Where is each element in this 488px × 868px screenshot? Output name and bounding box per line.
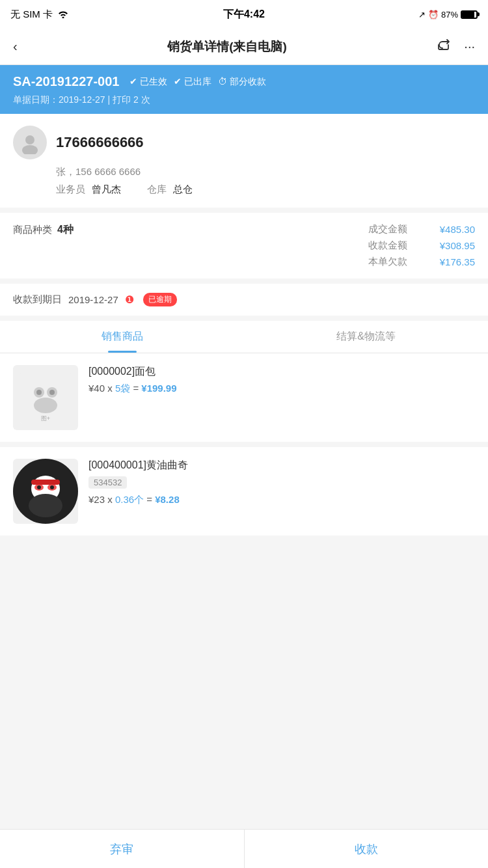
nav-bar: ‹ 销货单详情(来自电脑) ··· xyxy=(0,29,488,65)
salesperson-info: 业务员 曾凡杰 xyxy=(56,183,121,196)
location-icon: ↗ xyxy=(418,10,426,20)
svg-point-1 xyxy=(22,145,38,154)
collect-payment-button[interactable]: 收款 xyxy=(245,830,489,868)
price-eq-2: = xyxy=(146,494,155,505)
battery-icon xyxy=(461,10,478,19)
price-base-1: ¥40 xyxy=(88,383,105,394)
svg-rect-16 xyxy=(31,480,60,485)
type-count: 4种 xyxy=(57,223,74,237)
collect-payment-label: 收款 xyxy=(355,841,378,857)
list-item: 图+ [0000002]面包 ¥40 x 5袋 = ¥199.99 xyxy=(0,353,488,442)
product-info-2: [000400001]黄油曲奇 534532 ¥23 x 0.36个 = ¥8.… xyxy=(88,459,475,506)
owed-label: 本单欠款 xyxy=(368,256,407,268)
status-tags: ✔ 已生效 ✔ 已出库 ⏱ 部分收款 xyxy=(129,76,266,88)
qty-val-1: 5 xyxy=(115,383,120,394)
overdue-icon: ❶ xyxy=(125,293,134,306)
deal-label: 成交金额 xyxy=(368,223,407,236)
warehouse-label: 仓库 xyxy=(147,183,167,195)
product-price-1: ¥40 x 5袋 = ¥199.99 xyxy=(88,383,475,395)
product-list: 图+ [0000002]面包 ¥40 x 5袋 = ¥199.99 xyxy=(0,353,488,536)
received-label: 收款金额 xyxy=(368,239,407,252)
svg-point-13 xyxy=(37,485,41,489)
tab-settlement[interactable]: 结算&物流等 xyxy=(244,321,488,353)
price-base-2: ¥23 xyxy=(88,494,105,505)
status-time: 下午4:42 xyxy=(223,8,265,21)
price-qty-1: 5袋 xyxy=(115,383,130,394)
overdue-badge: 已逾期 xyxy=(143,293,177,306)
more-button[interactable]: ··· xyxy=(464,39,475,54)
salesperson-value: 曾凡杰 xyxy=(92,183,121,195)
received-amount-row: 收款金额 ¥308.95 xyxy=(368,239,475,252)
svg-point-15 xyxy=(29,494,62,517)
product-price-2: ¥23 x 0.36个 = ¥8.28 xyxy=(88,494,475,506)
price-x-1: x xyxy=(107,383,115,394)
svg-point-0 xyxy=(25,135,34,144)
product-sku-2: 534532 xyxy=(88,476,127,489)
header-banner: SA-20191227-001 ✔ 已生效 ✔ 已出库 ⏱ 部分收款 单据日期：… xyxy=(0,65,488,114)
list-item: [000400001]黄油曲奇 534532 ¥23 x 0.36个 = ¥8.… xyxy=(0,447,488,536)
carrier-text: 无 SIM 卡 xyxy=(10,8,53,21)
deal-amount-row: 成交金额 ¥485.30 xyxy=(368,223,475,236)
customer-row: 17666666666 xyxy=(13,126,475,159)
customer-section: 17666666666 张，156 6666 6666 业务员 曾凡杰 仓库 总… xyxy=(0,114,488,208)
avatar xyxy=(13,126,47,159)
alarm-icon: ⏰ xyxy=(428,10,439,20)
product-thumbnail-1: 图+ xyxy=(13,365,78,430)
nav-actions: ··· xyxy=(437,38,475,55)
deal-amount: ¥485.30 xyxy=(423,224,475,235)
status-partial: ⏱ 部分收款 xyxy=(218,76,266,88)
customer-name: 张，156 6666 6666 xyxy=(56,166,475,178)
due-label: 收款到期日 xyxy=(13,293,62,306)
product-info-1: [0000002]面包 ¥40 x 5袋 = ¥199.99 xyxy=(88,365,475,395)
status-right: ↗ ⏰ 87% xyxy=(418,10,478,20)
unit-val-2: 个 xyxy=(134,494,144,505)
price-qty-2: 0.36个 xyxy=(115,494,144,505)
product-thumbnail-2 xyxy=(13,459,78,524)
due-section: 收款到期日 2019-12-27 ❶ 已逾期 xyxy=(0,284,488,316)
cancel-review-label: 弃审 xyxy=(110,841,133,857)
status-shipped: ✔ 已出库 xyxy=(174,76,211,88)
product-type-info: 商品种类 4种 xyxy=(13,223,74,237)
type-label: 商品种类 xyxy=(13,224,52,236)
status-bar: 无 SIM 卡 下午4:42 ↗ ⏰ 87% xyxy=(0,0,488,29)
page-title: 销货单详情(来自电脑) xyxy=(167,38,287,55)
customer-phone: 17666666666 xyxy=(56,134,144,151)
tab-products-label: 销售商品 xyxy=(102,331,143,342)
owed-amount-row: 本单欠款 ¥176.35 xyxy=(368,256,475,268)
bottom-bar: 弃审 收款 xyxy=(0,829,488,868)
summary-section: 商品种类 4种 成交金额 ¥485.30 收款金额 ¥308.95 本单欠款 ¥… xyxy=(0,213,488,278)
battery-percent: 87% xyxy=(441,10,458,20)
order-id: SA-20191227-001 xyxy=(13,74,119,89)
status-effective: ✔ 已生效 xyxy=(129,76,167,88)
summary-row: 商品种类 4种 成交金额 ¥485.30 收款金额 ¥308.95 本单欠款 ¥… xyxy=(13,223,475,268)
product-name-2: [000400001]黄油曲奇 xyxy=(88,459,475,472)
price-total-1: ¥199.99 xyxy=(141,383,176,394)
share-button[interactable] xyxy=(437,38,451,55)
price-total-2: ¥8.28 xyxy=(155,494,180,505)
status-left: 无 SIM 卡 xyxy=(10,8,70,21)
price-eq-1: = xyxy=(133,383,141,394)
cancel-review-button[interactable]: 弃审 xyxy=(0,830,245,868)
customer-meta: 业务员 曾凡杰 仓库 总仓 xyxy=(56,183,475,196)
back-button[interactable]: ‹ xyxy=(13,39,18,54)
salesperson-label: 业务员 xyxy=(56,183,85,195)
svg-point-6 xyxy=(49,390,55,395)
svg-text:图+: 图+ xyxy=(41,415,50,422)
unit-val-1: 袋 xyxy=(120,383,130,394)
svg-point-7 xyxy=(34,398,57,413)
warehouse-info: 仓库 总仓 xyxy=(147,183,193,196)
price-x-2: x xyxy=(107,494,115,505)
tabs-section: 销售商品 结算&物流等 xyxy=(0,321,488,353)
order-date: 单据日期：2019-12-27 | 打印 2 次 xyxy=(13,94,475,106)
banner-top: SA-20191227-001 ✔ 已生效 ✔ 已出库 ⏱ 部分收款 xyxy=(13,74,475,89)
amount-info: 成交金额 ¥485.30 收款金额 ¥308.95 本单欠款 ¥176.35 xyxy=(368,223,475,268)
due-date: 2019-12-27 xyxy=(68,294,118,305)
warehouse-value: 总仓 xyxy=(173,183,193,195)
tab-settlement-label: 结算&物流等 xyxy=(336,331,396,342)
owed-amount: ¥176.35 xyxy=(423,256,475,267)
tab-products[interactable]: 销售商品 xyxy=(0,321,244,353)
qty-val-2: 0.36 xyxy=(115,494,134,505)
svg-point-14 xyxy=(50,485,54,489)
wifi-icon xyxy=(57,9,70,20)
svg-point-5 xyxy=(36,390,42,395)
